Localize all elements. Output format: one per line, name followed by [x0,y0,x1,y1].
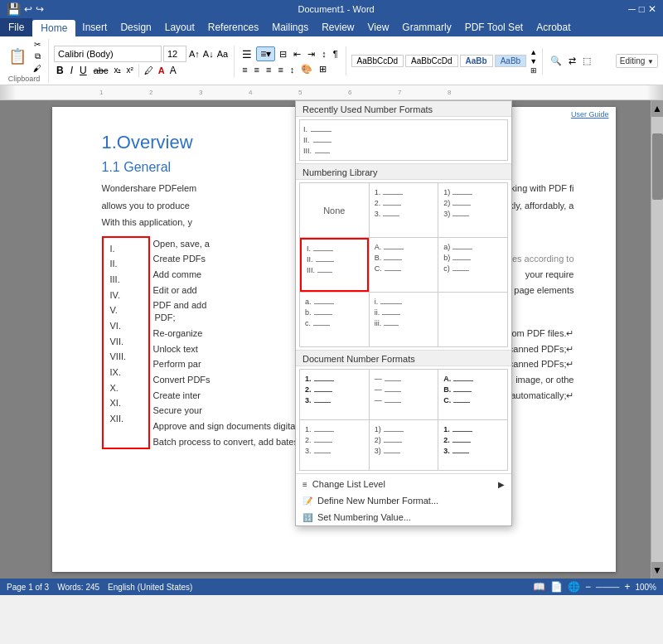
align-left-button[interactable]: ≡ [240,64,249,75]
doc-format-arabic-bold[interactable]: 1. 2. 3. [300,370,369,419]
view-read-button[interactable]: 📖 [533,581,545,593]
zoom-slider[interactable]: ──── [596,583,619,592]
superscript-button[interactable]: x² [124,65,134,75]
word-count: Words: 245 [57,583,99,592]
styles-scroll-up[interactable]: ▲ [530,48,537,56]
format-alpha-lower-dot[interactable]: a. b. c. [300,293,369,346]
style-no-spacing[interactable]: AaBbCcDd [405,55,457,67]
view-web-button[interactable]: 🌐 [568,581,580,593]
menu-references[interactable]: References [201,18,265,36]
format-alpha-upper[interactable]: A. B. C. [370,238,438,292]
style-heading2[interactable]: AaBb [495,55,526,67]
menu-pdf-tool-set[interactable]: PDF Tool Set [458,18,530,36]
style-normal[interactable]: AaBbCcDd [351,55,404,67]
change-list-level-item[interactable]: ≡ Change List Level ▶ [296,476,511,492]
format-roman-upper-selected[interactable]: I. II. III. [300,238,369,292]
scroll-down-button[interactable]: ▼ [651,562,663,579]
replace-button[interactable]: ⇄ [566,55,578,67]
menu-file[interactable]: File [0,18,32,36]
doc-format-arabic-paren2[interactable]: 1) 2) 3) [370,420,438,470]
menu-acrobat[interactable]: Acrobat [530,18,577,36]
font-size-input[interactable] [163,46,186,62]
align-right-button[interactable]: ≡ [264,64,273,75]
italic-button[interactable]: I [68,64,75,77]
line-spacing-button[interactable]: ↕ [288,64,298,75]
text-highlight-button[interactable]: 🖊 [143,65,155,76]
title-bar-text: Document1 - Word [47,4,625,14]
menu-home[interactable]: Home [32,20,75,36]
show-paragraph-button[interactable]: ¶ [331,48,341,60]
shading-button[interactable]: 🎨 [298,63,315,75]
format-alpha-lower-paren[interactable]: a) b) c) [438,238,507,292]
styles-scroll-down[interactable]: ▼ [530,57,537,65]
window-maximize[interactable]: □ [639,3,645,15]
find-button[interactable]: 🔍 [548,55,564,67]
sort-button[interactable]: ↕ [319,48,329,60]
menu-view[interactable]: View [361,18,396,36]
font-size-decrease[interactable]: A↓ [202,48,215,60]
scroll-up-button[interactable]: ▲ [651,100,663,117]
menu-insert[interactable]: Insert [75,18,114,36]
zoom-out-button[interactable]: − [585,581,591,593]
doc-format-alpha-bold[interactable]: A. B. C. [438,370,507,419]
multilevel-list-button[interactable]: ⊟ [277,48,289,61]
user-guide-link[interactable]: User Guide [571,110,609,119]
borders-button[interactable]: ⊞ [317,63,329,75]
menu-review[interactable]: Review [315,18,361,36]
justify-button[interactable]: ≡ [275,64,285,75]
menu-design[interactable]: Design [114,18,157,36]
font-size-increase[interactable]: A↑ [188,48,201,60]
subscript-button[interactable]: x₂ [112,65,123,75]
align-center-button[interactable]: ≡ [252,64,262,75]
number-format-dropdown: Recently Used Number Formats I. II. III.… [295,100,512,526]
zoom-in-button[interactable]: + [624,581,630,593]
format-empty[interactable] [438,293,507,346]
scroll-thumb[interactable] [652,133,663,200]
menu-layout[interactable]: Layout [158,18,201,36]
quick-access-save[interactable]: 💾 [7,2,21,16]
style-heading1[interactable]: AaBb [460,55,493,67]
styles-expand[interactable]: ⊞ [530,66,537,75]
set-numbering-value-item[interactable]: 🔢 Set Numbering Value... [296,509,511,525]
list-item-1: I. [110,241,142,257]
format-arabic-paren[interactable]: 1) 2) 3) [438,183,507,237]
font-effects-button[interactable]: A [168,64,178,77]
format-roman-lower-dot[interactable]: i. ii. iii. [370,293,438,346]
copy-button[interactable]: ⧉ [31,51,43,62]
clear-format-button[interactable]: Aa [216,48,229,60]
menu-grammarly[interactable]: Grammarly [395,18,457,36]
recent-format-roman[interactable]: I. II. III. [300,120,507,160]
bold-button[interactable]: B [54,64,66,77]
paste-button[interactable]: 📋 [5,39,30,74]
list-item-5: V. [110,303,142,318]
numbered-list-button[interactable]: ≡▾ [256,46,275,61]
increase-indent-button[interactable]: ⇥ [305,48,317,61]
cut-button[interactable]: ✂ [31,39,43,50]
doc-format-arabic2[interactable]: 1. 2. 3. [300,420,369,470]
list-item-7: VII. [110,334,142,350]
view-print-button[interactable]: 📄 [550,581,563,593]
quick-access-redo[interactable]: ↪ [36,3,44,15]
doc-format-dashes[interactable]: — — — [370,370,438,419]
font-name-input[interactable] [54,46,162,62]
format-painter-button[interactable]: 🖌 [31,63,43,74]
strikethrough-button[interactable]: abc [91,65,111,76]
font-color-button[interactable]: A [157,65,167,76]
list-item-11: XI. [110,395,142,411]
paragraph-group: ☰ ≡▾ ⊟ ⇤ ⇥ ↕ ¶ ≡ ≡ ≡ ≡ ↕ 🎨 ⊞ [240,46,346,75]
window-close[interactable]: ✕ [648,3,656,15]
font-group: A↑ A↓ Aa B I U abc x₂ x² 🖊 A A [54,46,235,77]
list-red-border: I. II. III. IV. V. VI. VII. [102,236,150,450]
define-new-format-item[interactable]: 📝 Define New Number Format... [296,492,511,509]
quick-access-undo[interactable]: ↩ [24,3,32,15]
underline-button[interactable]: U [77,64,90,77]
list-item-2: II. [110,256,142,272]
bullet-list-button[interactable]: ☰ [240,47,254,61]
window-minimize[interactable]: ─ [628,3,636,15]
doc-format-arabic-bold2[interactable]: 1. 2. 3. [438,420,507,470]
menu-mailings[interactable]: Mailings [265,18,315,36]
decrease-indent-button[interactable]: ⇤ [291,48,303,61]
select-button[interactable]: ⬚ [580,55,593,67]
format-arabic-dot[interactable]: 1. 2. 3. [370,183,438,237]
format-none[interactable]: None [300,183,369,237]
